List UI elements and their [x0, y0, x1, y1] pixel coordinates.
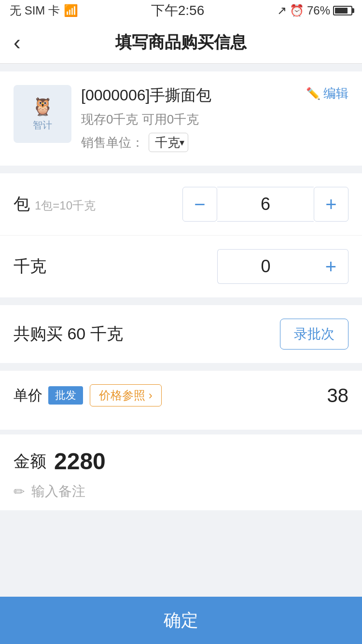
- status-left: 无 SIM 卡 📶: [10, 3, 78, 18]
- product-stock: 现存0千克 可用0千克: [81, 111, 348, 128]
- increment-kg-button[interactable]: +: [314, 249, 348, 284]
- unit-select[interactable]: 千克: [149, 133, 188, 152]
- confirm-bar[interactable]: 确定: [0, 597, 362, 644]
- battery-fill: [335, 8, 348, 14]
- product-thumbnail: 🦉 智计: [14, 85, 71, 143]
- price-row: 单价 批发 价格参照 › 38: [14, 384, 348, 406]
- carrier-label: 无 SIM 卡: [10, 3, 60, 18]
- edit-icon: ✏️: [306, 87, 320, 100]
- qty-control-bao: − +: [182, 187, 348, 222]
- edit-label: 编辑: [323, 85, 348, 102]
- price-tag: 批发: [48, 386, 83, 405]
- remark-pencil-icon: ✏: [14, 484, 25, 500]
- status-right: ↗ ⏰ 76%: [277, 4, 352, 17]
- thumb-inner: 🦉 智计: [32, 97, 54, 132]
- batch-button[interactable]: 录批次: [280, 319, 348, 350]
- page-title: 填写商品购买信息: [115, 31, 247, 54]
- remark-row[interactable]: ✏ 输入备注: [14, 482, 348, 510]
- time-label: 下午2:56: [151, 1, 205, 20]
- back-button[interactable]: ‹: [14, 32, 21, 53]
- edit-button[interactable]: ✏️ 编辑: [306, 85, 348, 102]
- qty-sublabel-bao: 1包=10千克: [35, 199, 96, 212]
- price-value: 38: [327, 385, 349, 406]
- battery-icon: [333, 6, 352, 15]
- quantity-section: 包1包=10千克 − + 千克 +: [0, 173, 362, 297]
- total-text: 共购买 60 千克: [14, 323, 123, 345]
- unit-label: 销售单位：: [81, 134, 144, 151]
- qty-row-kg: 千克 +: [0, 236, 362, 297]
- remark-placeholder: 输入备注: [31, 482, 85, 501]
- status-bar: 无 SIM 卡 📶 下午2:56 ↗ ⏰ 76%: [0, 0, 362, 21]
- total-section: 共购买 60 千克 录批次: [0, 305, 362, 363]
- unit-select-wrap[interactable]: 千克: [149, 133, 188, 152]
- qty-control-kg: +: [217, 249, 348, 284]
- qty-label-bao: 包1包=10千克: [14, 193, 182, 215]
- amount-value: 2280: [54, 448, 106, 475]
- price-section: 单价 批发 价格参照 › 38: [0, 371, 362, 430]
- qty-label-kg: 千克: [14, 255, 217, 278]
- owl-icon: 🦉: [32, 97, 54, 117]
- confirm-button-label: 确定: [164, 609, 198, 632]
- increment-bao-button[interactable]: +: [314, 187, 348, 222]
- decrement-bao-button[interactable]: −: [182, 187, 217, 222]
- thumb-label: 智计: [33, 119, 52, 132]
- product-info-section: 🦉 智计 [0000006]手撕面包 现存0千克 可用0千克 销售单位： 千克 …: [0, 71, 362, 166]
- amount-label: 金额: [14, 450, 46, 473]
- qty-input-bao[interactable]: [217, 187, 314, 222]
- wifi-icon: 📶: [64, 4, 78, 17]
- amount-row: 金额 2280: [14, 448, 348, 475]
- price-ref-button[interactable]: 价格参照 ›: [90, 384, 162, 406]
- alarm-icon: ⏰: [290, 4, 304, 17]
- product-unit-row: 销售单位： 千克: [81, 133, 348, 152]
- nav-bar: ‹ 填写商品购买信息: [0, 21, 362, 64]
- price-label: 单价: [14, 386, 42, 406]
- qty-input-kg[interactable]: [217, 249, 314, 284]
- amount-section: 金额 2280 ✏ 输入备注: [0, 430, 362, 510]
- qty-row-bao: 包1包=10千克 − +: [0, 173, 362, 236]
- location-icon: ↗: [277, 4, 287, 17]
- battery-percent: 76%: [307, 4, 330, 17]
